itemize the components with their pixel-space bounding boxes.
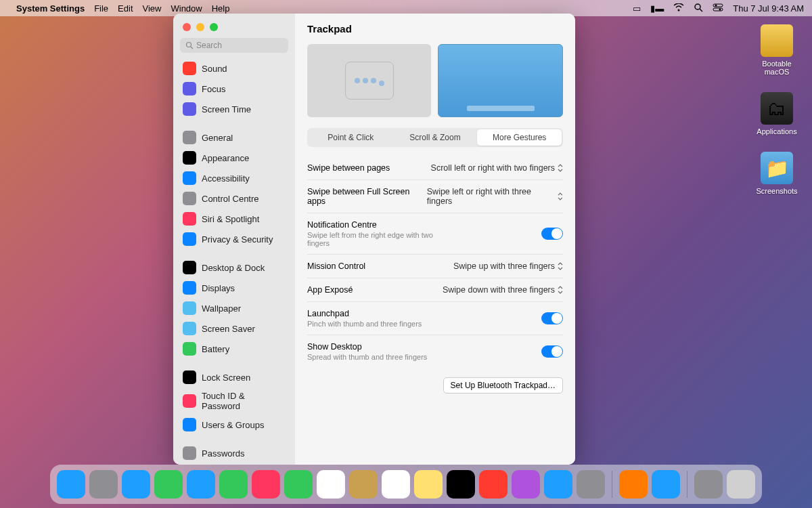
setting-subtitle: Spread with thumb and three fingers <box>307 353 427 361</box>
sidebar-item-general[interactable]: General <box>177 127 291 148</box>
dock-app-tv[interactable] <box>447 470 475 499</box>
setting-subtitle: Pinch with thumb and three fingers <box>307 320 422 328</box>
spotlight-icon[interactable] <box>694 3 703 14</box>
desktop-icon-bootable-macos[interactable]: Bootable macOS <box>750 24 804 76</box>
dock-app-facetime[interactable] <box>284 470 313 499</box>
setting-switch[interactable] <box>541 345 563 358</box>
battery-icon[interactable]: ▮▬ <box>650 3 664 14</box>
dock-app-preview[interactable] <box>652 470 680 499</box>
wifi-icon[interactable] <box>673 3 684 14</box>
sidebar-item-appearance[interactable]: Appearance <box>177 148 291 168</box>
trackpad-preview <box>307 44 431 117</box>
dock-app-launchpad[interactable] <box>89 470 118 499</box>
dock-app-maps[interactable] <box>219 470 248 499</box>
dock-app-photos[interactable] <box>252 470 280 499</box>
dock-app-finder[interactable] <box>57 470 85 499</box>
tab-scroll-zoom[interactable]: Scroll & Zoom <box>393 129 478 146</box>
stepper-icon <box>558 164 563 172</box>
sidebar-item-icon <box>183 131 196 144</box>
dock-app-music[interactable] <box>479 470 508 499</box>
sidebar-item-label: General <box>202 133 233 143</box>
sidebar-item-passwords[interactable]: Passwords <box>177 443 291 463</box>
sidebar-item-icon <box>183 62 196 75</box>
dock-app-contacts[interactable] <box>349 470 378 499</box>
desktop-icon-label: Applications <box>757 127 796 135</box>
sidebar-item-privacy-security[interactable]: Privacy & Security <box>177 229 291 249</box>
dock-app-firefox[interactable] <box>619 470 648 499</box>
sidebar-item-screen-time[interactable]: Screen Time <box>177 99 291 119</box>
clock[interactable]: Thu 7 Jul 9:43 AM <box>733 3 804 14</box>
screen-mirroring-icon[interactable]: ▭ <box>633 3 641 14</box>
sidebar-item-label: Appearance <box>202 153 249 163</box>
tab-point-click[interactable]: Point & Click <box>309 129 393 146</box>
sidebar-item-control-centre[interactable]: Control Centre <box>177 188 291 209</box>
svg-line-8 <box>191 47 193 49</box>
sidebar-item-lock-screen[interactable]: Lock Screen <box>177 367 291 387</box>
menu-file[interactable]: File <box>94 3 108 14</box>
minimize-button[interactable] <box>196 23 204 31</box>
setting-swipe-between-full-screen-apps: Swipe between Full Screen appsSwipe left… <box>307 180 563 213</box>
sidebar-item-label: Sound <box>202 64 227 74</box>
dock-app-trash[interactable] <box>727 470 755 499</box>
desktop-icon-applications[interactable]: 🗂Applications <box>750 92 804 135</box>
setting-notification-centre: Notification CentreSwipe left from the r… <box>307 213 563 255</box>
setting-select[interactable]: Swipe up with three fingers <box>453 261 563 271</box>
sidebar-item-icon <box>183 212 196 226</box>
sidebar-item-icon <box>183 232 196 246</box>
sidebar-item-siri-spotlight[interactable]: Siri & Spotlight <box>177 209 291 229</box>
svg-point-5 <box>715 4 717 6</box>
sidebar-item-sound[interactable]: Sound <box>177 58 291 79</box>
preview-area <box>307 44 563 117</box>
dock-app-podcasts[interactable] <box>512 470 540 499</box>
sidebar-item-desktop-dock[interactable]: Desktop & Dock <box>177 257 291 278</box>
sidebar-item-touch-id-password[interactable]: Touch ID & Password <box>177 387 291 415</box>
setting-title: Mission Control <box>307 261 365 271</box>
dock-app-messages[interactable] <box>154 470 183 499</box>
menu-edit[interactable]: Edit <box>118 3 133 14</box>
dock-app-appstore[interactable] <box>544 470 572 499</box>
dock-app-safari[interactable] <box>122 470 150 499</box>
dock-app-mail[interactable] <box>187 470 215 499</box>
setting-select[interactable]: Swipe down with three fingers <box>443 285 563 295</box>
tab-more-gestures[interactable]: More Gestures <box>477 129 562 146</box>
setting-switch[interactable] <box>541 312 563 324</box>
sidebar-item-screen-saver[interactable]: Screen Saver <box>177 318 291 339</box>
sidebar-item-label: Wallpaper <box>202 303 241 314</box>
sidebar-item-icon <box>183 446 196 460</box>
bluetooth-trackpad-button[interactable]: Set Up Bluetooth Trackpad… <box>443 377 563 394</box>
desktop-icon-screenshots[interactable]: 📁Screenshots <box>750 152 804 195</box>
sidebar-item-label: Users & Groups <box>202 420 264 430</box>
sidebar-item-users-groups[interactable]: Users & Groups <box>177 415 291 435</box>
sidebar-item-wallpaper[interactable]: Wallpaper <box>177 298 291 318</box>
sidebar-item-icon <box>183 418 196 431</box>
dock-app-downloads[interactable] <box>694 470 723 499</box>
sidebar-item-battery[interactable]: Battery <box>177 339 291 359</box>
sidebar-item-label: Screen Time <box>202 104 251 114</box>
zoom-button[interactable] <box>210 23 218 31</box>
setting-value: Swipe down with three fingers <box>443 285 555 295</box>
setting-select[interactable]: Swipe left or right with three fingers <box>427 187 563 206</box>
sidebar-item-focus[interactable]: Focus <box>177 79 291 99</box>
sidebar-item-displays[interactable]: Displays <box>177 278 291 298</box>
menu-view[interactable]: View <box>143 3 162 14</box>
close-button[interactable] <box>183 23 191 31</box>
setting-select[interactable]: Scroll left or right with two fingers <box>431 163 563 173</box>
sidebar-item-label: Displays <box>202 283 235 293</box>
sidebar-item-accessibility[interactable]: Accessibility <box>177 168 291 188</box>
dock-separator <box>612 471 612 498</box>
dock-app-notes[interactable] <box>414 470 443 499</box>
menu-window[interactable]: Window <box>171 3 202 14</box>
control-centre-icon[interactable] <box>713 3 723 14</box>
dock-app-reminders[interactable] <box>382 470 410 499</box>
sidebar-item-icon <box>183 192 196 205</box>
dock-app-calendar[interactable] <box>317 470 345 499</box>
sidebar-item-icon <box>183 301 196 315</box>
app-icon: 🗂 <box>761 92 793 125</box>
menu-help[interactable]: Help <box>212 3 230 14</box>
dock-app-settings[interactable] <box>577 470 605 499</box>
setting-switch[interactable] <box>541 228 563 240</box>
setting-value: Scroll left or right with two fingers <box>431 163 555 173</box>
sidebar-list[interactable]: SoundFocusScreen TimeGeneralAppearanceAc… <box>173 58 295 465</box>
search-input[interactable]: Search <box>180 38 288 53</box>
app-name[interactable]: System Settings <box>16 3 85 14</box>
